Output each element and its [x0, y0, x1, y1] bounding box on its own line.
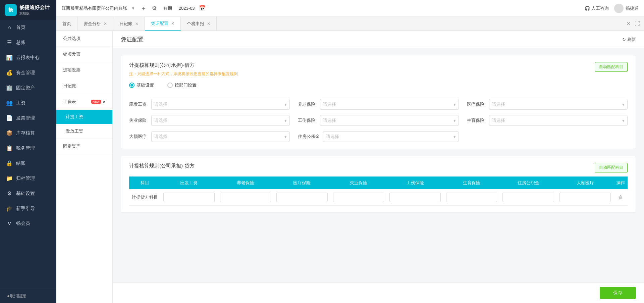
td-action: 🗑	[613, 189, 628, 206]
label-gongjijin: 住房公积金	[298, 134, 320, 140]
radio-department[interactable]: 按部门设置	[167, 82, 197, 88]
field-yingfa: 应发工资 请选择 ▾	[129, 99, 290, 110]
user-button[interactable]: 畅捷通	[614, 4, 639, 13]
input-credit-gongjijin[interactable]	[502, 193, 554, 202]
service-label: 人工咨询	[591, 5, 609, 11]
td-gongjijin	[500, 189, 557, 206]
th-shiye: 失业保险	[330, 176, 387, 189]
select-yiliao[interactable]: 请选择 ▾	[489, 99, 628, 110]
td-yiliao	[274, 189, 330, 206]
sidebar-label-guide: 新手引导	[16, 206, 35, 212]
sidebar-label-payroll: 工资	[16, 100, 25, 106]
select-gongjijin[interactable]: 请选择 ▾	[323, 131, 459, 142]
select-yiliao-arrow: ▾	[622, 102, 625, 107]
delete-row-button[interactable]: 🗑	[618, 195, 623, 200]
input-credit-shiye[interactable]	[333, 193, 384, 202]
sidebar-item-payroll[interactable]: 👥 工资	[0, 95, 56, 110]
page-title: 凭证配置	[121, 36, 144, 43]
invoice-icon: 📄	[6, 115, 13, 121]
field-yiliao: 医疗保险 请选择 ▾	[467, 99, 628, 110]
refresh-icon: ↻	[622, 37, 626, 42]
calendar-icon[interactable]: 📅	[199, 5, 206, 11]
label-yanglao: 养老保险	[298, 101, 317, 107]
tab-journal[interactable]: 日记账 ✕	[113, 17, 145, 31]
sidebar-item-home[interactable]: ⌂ 首页	[0, 20, 56, 35]
debit-auto-match-button[interactable]: 自动匹配科目	[595, 62, 628, 72]
left-item-sales[interactable]: 销项发票	[56, 47, 112, 62]
sidebar-label-tax: 税务管理	[16, 145, 35, 151]
sidebar-item-assets[interactable]: 🏢 固定资产	[0, 80, 56, 95]
tab-close-icon[interactable]: ✕	[626, 20, 631, 27]
tab-finance-label: 资金分析	[84, 21, 101, 27]
sidebar-item-archive[interactable]: 📁 归档管理	[0, 171, 56, 186]
sidebar-item-guide[interactable]: 🎓 新手引导	[0, 201, 56, 216]
tab-tax-close[interactable]: ✕	[207, 21, 210, 26]
select-shiye[interactable]: 请选择 ▾	[151, 115, 290, 126]
tab-home[interactable]: 首页	[56, 17, 77, 31]
cancel-fixed-button[interactable]: ◄取消固定	[0, 289, 56, 303]
inventory-icon: 📦	[6, 130, 13, 136]
sidebar-logo: 畅 畅捷通好会计 旗舰版	[0, 0, 56, 20]
select-gongshang-placeholder: 请选择	[323, 117, 336, 123]
company-dropdown-icon[interactable]: ▼	[131, 6, 135, 11]
input-credit-daeyiliao[interactable]	[559, 193, 611, 202]
input-credit-yanglao[interactable]	[220, 193, 271, 202]
label-yingfa: 应发工资	[129, 101, 148, 107]
sidebar-item-invoice[interactable]: 📄 发票管理	[0, 110, 56, 125]
expand-icon: ∨	[102, 99, 106, 104]
sidebar-item-vip[interactable]: V 畅会员	[0, 216, 56, 231]
settings-button[interactable]: ⚙	[152, 5, 157, 11]
left-label-fixed-assets: 固定资产	[63, 143, 80, 149]
radio-dept-dot	[167, 83, 173, 88]
left-item-journal[interactable]: 日记账	[56, 78, 112, 94]
logo-icon: 畅	[5, 4, 17, 16]
left-item-purchase[interactable]: 进项发票	[56, 62, 112, 78]
radio-basic[interactable]: 基础设置	[129, 82, 154, 88]
select-gongshang[interactable]: 请选择 ▾	[320, 115, 459, 126]
service-button[interactable]: 🎧 人工咨询	[585, 5, 609, 11]
tab-finance[interactable]: 资金分析 ✕	[77, 17, 113, 31]
tab-journal-close[interactable]: ✕	[135, 21, 139, 26]
sidebar-item-finance[interactable]: 💰 资金管理	[0, 65, 56, 80]
left-item-salary-sheet[interactable]: 工资表 NEW ∨	[56, 94, 112, 110]
tab-expand-icon[interactable]: ⛶	[635, 21, 640, 27]
left-item-accrual[interactable]: 计提工资	[56, 110, 112, 124]
new-badge: NEW	[91, 100, 101, 104]
input-credit-shengyu[interactable]	[446, 193, 497, 202]
td-gongshang	[387, 189, 443, 206]
sidebar: 畅 畅捷通好会计 旗舰版 ⌂ 首页 ☰ 总账 📊 云报表中心 💰 资金管理 🏢 …	[0, 0, 56, 303]
label-shiye: 失业保险	[129, 117, 148, 123]
select-yingfa[interactable]: 请选择 ▾	[151, 99, 290, 110]
sidebar-item-settings[interactable]: ⚙ 基础设置	[0, 186, 56, 201]
guide-icon: 🎓	[6, 205, 13, 212]
tab-tax[interactable]: 个税申报 ✕	[181, 17, 217, 31]
sidebar-item-report[interactable]: 📊 云报表中心	[0, 50, 56, 65]
select-yanglao[interactable]: 请选择 ▾	[320, 99, 459, 110]
input-credit-gongshang[interactable]	[389, 193, 441, 202]
select-gongjijin-placeholder: 请选择	[326, 134, 339, 140]
tab-voucher-config-close[interactable]: ✕	[171, 21, 174, 26]
sidebar-item-ledger[interactable]: ☰ 总账	[0, 35, 56, 50]
tab-voucher-config[interactable]: 凭证配置 ✕	[145, 17, 181, 31]
save-button[interactable]: 保存	[600, 287, 636, 299]
sidebar-item-tax[interactable]: 📋 税务管理	[0, 141, 56, 156]
input-credit-yingfa[interactable]	[163, 193, 215, 202]
td-shengyu	[443, 189, 500, 206]
label-shengyu: 生育保险	[467, 117, 486, 123]
select-shengyu[interactable]: 请选择 ▾	[489, 115, 628, 126]
select-yingfa-arrow: ▾	[284, 102, 287, 107]
th-gongshang: 工伤保险	[387, 176, 443, 189]
left-item-payout[interactable]: 发放工资	[56, 124, 112, 139]
input-credit-yiliao[interactable]	[276, 193, 328, 202]
table-row: 计提贷方科目 🗑	[129, 189, 628, 206]
refresh-button[interactable]: ↻ 刷新	[622, 37, 636, 43]
tab-finance-close[interactable]: ✕	[104, 21, 107, 26]
sidebar-item-inventory[interactable]: 📦 库存核算	[0, 125, 56, 141]
add-account-button[interactable]: ＋	[139, 4, 148, 12]
left-item-fixed-assets[interactable]: 固定资产	[56, 139, 112, 154]
sidebar-item-close[interactable]: 🔒 结账	[0, 156, 56, 171]
left-item-public[interactable]: 公共选项	[56, 31, 112, 47]
th-yingfa: 应发工资	[161, 176, 217, 189]
select-daeyiliao[interactable]: 请选择 ▾	[151, 131, 290, 142]
credit-auto-match-button[interactable]: 自动匹配科目	[595, 163, 628, 172]
